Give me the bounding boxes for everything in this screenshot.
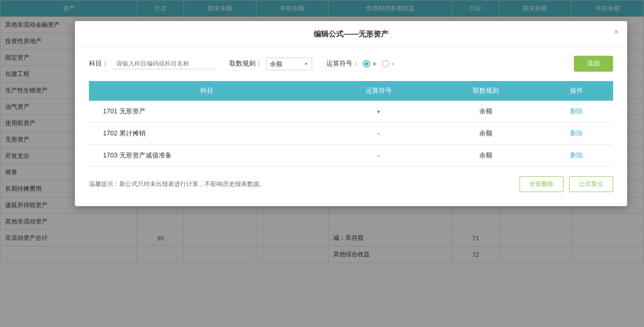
subject-label: 科目：: [89, 59, 109, 68]
row3-subject: 1703 无形资产减值准备: [89, 145, 325, 167]
col-header-action: 操作: [540, 81, 613, 101]
row2-action-cell: 删除: [540, 123, 613, 145]
rule-label: 取数规则：: [229, 59, 262, 68]
row2-rule: 余额: [432, 123, 540, 145]
operator-radio-group: + -: [363, 60, 394, 67]
row1-rule: 余额: [432, 101, 540, 123]
row3-rule: 余额: [432, 145, 540, 167]
footer-tip: 温馨提示：新公式只对未出报表进行计算，不影响历史报表数据。: [89, 180, 265, 188]
row2-operator: -: [325, 123, 432, 145]
formula-table-wrap: 科目 运算符号 取数规则 操作 1701 无形资产 + 余额 删除 1702 累…: [75, 81, 627, 167]
table-row: 1703 无形资产减值准备 - 余额 删除: [89, 145, 613, 167]
row3-delete-link[interactable]: 删除: [570, 151, 583, 159]
modal-footer: 温馨提示：新公式只对未出报表进行计算，不影响历史报表数据。 全部删除 公式复位: [75, 167, 627, 192]
col-header-rule: 取数规则: [432, 81, 540, 101]
table-row: 1702 累计摊销 - 余额 删除: [89, 123, 613, 145]
add-button[interactable]: 添加: [574, 56, 613, 72]
row1-action-cell: 删除: [540, 101, 613, 123]
rule-select-wrapper: 余额 借方发生额 贷方发生额 ▼: [266, 58, 312, 70]
operator-label: 运算符号：: [326, 59, 359, 68]
close-button[interactable]: ×: [614, 28, 619, 36]
edit-formula-modal: 编辑公式——无形资产 × 科目： 取数规则： 余额 借方发生额 贷方发生额 ▼ …: [75, 21, 627, 206]
rule-select[interactable]: 余额 借方发生额 贷方发生额: [266, 58, 312, 70]
operator-plus-label: +: [373, 60, 376, 67]
operator-minus-radio[interactable]: -: [382, 60, 394, 67]
row1-subject: 1701 无形资产: [89, 101, 325, 123]
operator-plus-radio[interactable]: +: [363, 60, 376, 67]
operator-group: 运算符号： + -: [326, 59, 394, 68]
row1-delete-link[interactable]: 删除: [570, 107, 583, 115]
modal-title: 编辑公式——无形资产: [314, 30, 388, 39]
row1-operator: +: [325, 101, 432, 123]
radio-unchecked-icon: [382, 60, 389, 67]
modal-header: 编辑公式——无形资产 ×: [75, 21, 627, 46]
table-header-row: 科目 运算符号 取数规则 操作: [89, 81, 613, 101]
reset-formula-button[interactable]: 公式复位: [569, 176, 613, 192]
col-header-subject: 科目: [89, 81, 325, 101]
footer-buttons: 全部删除 公式复位: [520, 176, 613, 192]
subject-input[interactable]: [112, 58, 215, 69]
delete-all-button[interactable]: 全部删除: [520, 176, 564, 192]
row2-delete-link[interactable]: 删除: [570, 129, 583, 137]
col-header-operator: 运算符号: [325, 81, 432, 101]
operator-minus-label: -: [392, 60, 394, 67]
table-row: 1701 无形资产 + 余额 删除: [89, 101, 613, 123]
row3-action-cell: 删除: [540, 145, 613, 167]
rule-group: 取数规则： 余额 借方发生额 贷方发生额 ▼: [229, 58, 312, 70]
subject-group: 科目：: [89, 58, 215, 69]
formula-form: 科目： 取数规则： 余额 借方发生额 贷方发生额 ▼ 运算符号： +: [75, 46, 627, 81]
formula-table: 科目 运算符号 取数规则 操作 1701 无形资产 + 余额 删除 1702 累…: [89, 81, 613, 167]
row2-subject: 1702 累计摊销: [89, 123, 325, 145]
row3-operator: -: [325, 145, 432, 167]
radio-checked-icon: [363, 60, 370, 67]
